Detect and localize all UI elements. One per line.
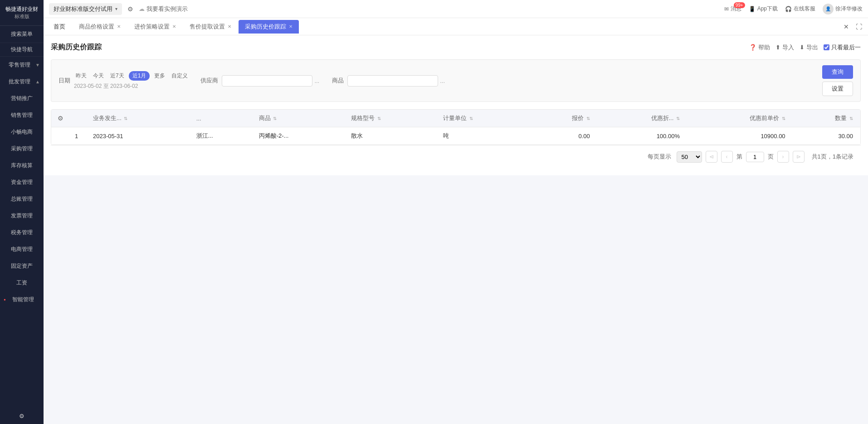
tab-strategy[interactable]: 进价策略设置 ✕ <box>128 20 182 34</box>
sidebar-item-finance[interactable]: 资金管理 <box>0 174 44 191</box>
topbar-right: ✉ 消息 99+ 📱 App下载 🎧 在线客服 👤 徐泽华修改 <box>724 4 863 14</box>
sidebar-item-purchase[interactable]: 采购管理 <box>0 140 44 157</box>
only-last-checkbox[interactable]: 只看最后一 <box>824 43 861 52</box>
goods-input-wrap: ... <box>347 75 447 87</box>
date-opt-custom[interactable]: 自定义 <box>170 71 190 81</box>
date-options: 昨天 今天 近7天 近1月 更多 自定义 <box>74 71 190 81</box>
row-checkbox <box>51 127 69 145</box>
col-pre-discount-header: 优惠前单价 ⇅ <box>685 110 791 127</box>
row-unit: 吨 <box>438 127 530 145</box>
sidebar-item-fixed-assets[interactable]: 固定资产 <box>0 258 44 275</box>
sort-pre-discount-icon[interactable]: ⇅ <box>782 116 785 121</box>
sidebar-item-retail[interactable]: 零售管理 ▼ <box>0 57 44 73</box>
help-icon: ❓ <box>749 44 756 51</box>
filter-bar: 日期 昨天 今天 近7天 近1月 更多 自定义 2023-05-02 至 202… <box>51 59 861 102</box>
app-logo: 畅捷通好业财 标准版 <box>0 0 44 26</box>
query-button[interactable]: 查询 <box>822 65 853 79</box>
app-download-button[interactable]: 📱 App下载 <box>749 5 778 13</box>
tab-strategy-close[interactable]: ✕ <box>172 24 176 29</box>
sidebar-item-inventory[interactable]: 库存核算 <box>0 157 44 174</box>
sort-quantity-icon[interactable]: ⇅ <box>849 116 853 121</box>
sidebar-item-smart[interactable]: 智能管理 <box>0 291 44 308</box>
user-menu[interactable]: 👤 徐泽华修改 <box>823 4 863 14</box>
sidebar-gear[interactable]: ⚙ <box>0 408 44 424</box>
date-opt-1month[interactable]: 近1月 <box>129 71 150 81</box>
settings-icon[interactable]: ⚙ <box>127 5 133 13</box>
page-actions: ❓ 帮助 ⬆ 导入 ⬇ 导出 只看最后一 <box>749 43 861 52</box>
sort-spec-icon[interactable]: ⇅ <box>377 116 381 121</box>
help-button[interactable]: ❓ 帮助 <box>749 43 770 52</box>
prev-page-button[interactable]: ‹ <box>721 151 733 163</box>
sort-date-icon[interactable]: ⇅ <box>124 116 127 121</box>
page-size-select[interactable]: 50 100 200 <box>677 151 702 163</box>
sidebar-item-ecommerce[interactable]: 电商管理 <box>0 241 44 258</box>
tab-sale-price-label: 售价提取设置 <box>190 23 225 31</box>
goods-more[interactable]: ... <box>438 77 447 84</box>
filter-actions: 查询 设置 <box>822 65 853 96</box>
import-icon: ⬆ <box>775 44 780 51</box>
table-header: ⚙ 业务发生... ⇅ ... 商品 ⇅ <box>51 110 860 127</box>
export-label: 导出 <box>806 43 818 52</box>
date-opt-more[interactable]: 更多 <box>152 71 167 81</box>
settings-button[interactable]: 设置 <box>822 82 853 96</box>
row-spec: 散水 <box>346 127 438 145</box>
avatar: 👤 <box>823 4 834 14</box>
data-table-wrap: ⚙ 业务发生... ⇅ ... 商品 ⇅ <box>51 109 861 145</box>
sidebar-item-salary[interactable]: 工资 <box>0 275 44 291</box>
sidebar-search[interactable]: 搜索菜单 <box>0 26 44 43</box>
tab-home[interactable]: 首页 <box>47 20 72 34</box>
sort-price-icon[interactable]: ⇅ <box>586 116 590 121</box>
first-page-button[interactable]: ⊲ <box>706 151 717 163</box>
date-opt-yesterday[interactable]: 昨天 <box>74 71 88 81</box>
goods-input[interactable] <box>347 75 438 87</box>
tab-purchase-history-close[interactable]: ✕ <box>289 24 293 29</box>
sidebar-item-sales[interactable]: 销售管理 <box>0 107 44 124</box>
tab-close-all[interactable]: ✕ <box>841 21 852 32</box>
filter-row: 日期 昨天 今天 近7天 近1月 更多 自定义 2023-05-02 至 202… <box>59 65 853 96</box>
next-page-button[interactable]: › <box>777 151 789 163</box>
date-opt-today[interactable]: 今天 <box>91 71 106 81</box>
date-opt-7days[interactable]: 近7天 <box>108 71 126 81</box>
tab-sale-price-close[interactable]: ✕ <box>228 24 231 29</box>
supplier-input[interactable] <box>222 75 312 87</box>
tab-purchase-history[interactable]: 采购历史价跟踪 ✕ <box>239 20 299 34</box>
sort-unit-icon[interactable]: ⇅ <box>469 116 473 121</box>
message-icon: ✉ <box>724 6 729 12</box>
export-button[interactable]: ⬇ 导出 <box>800 43 818 52</box>
demo-button[interactable]: ☁ 我要看实例演示 <box>139 5 188 13</box>
product-selector[interactable]: 好业财标准版交付试用 ▾ <box>49 3 122 15</box>
column-settings-icon[interactable]: ⚙ <box>58 115 63 122</box>
sidebar-item-marketing[interactable]: 营销推广 <box>0 90 44 107</box>
sidebar-item-ecommerce-small[interactable]: 小畅电商 <box>0 124 44 140</box>
sort-discount-icon[interactable]: ⇅ <box>676 116 680 121</box>
sidebar-quick-nav[interactable]: 快捷导航 <box>0 43 44 57</box>
sidebar-item-accounting[interactable]: 总账管理 <box>0 191 44 207</box>
page-input[interactable] <box>746 152 764 162</box>
demo-label: 我要看实例演示 <box>146 5 188 13</box>
tab-price[interactable]: 商品价格设置 ✕ <box>73 20 127 34</box>
sort-goods-icon[interactable]: ⇅ <box>273 116 277 121</box>
header-row: ⚙ 业务发生... ⇅ ... 商品 ⇅ <box>51 110 860 127</box>
sidebar-item-tax[interactable]: 税务管理 <box>0 224 44 241</box>
import-button[interactable]: ⬆ 导入 <box>775 43 794 52</box>
sidebar-item-wholesale[interactable]: 批发管理 ▲ <box>0 73 44 90</box>
sidebar-item-invoice[interactable]: 发票管理 <box>0 207 44 224</box>
row-index: 1 <box>69 127 88 145</box>
logo-name: 畅捷通好业财 <box>4 5 40 13</box>
tab-price-close[interactable]: ✕ <box>117 24 121 29</box>
supplier-more[interactable]: ... <box>312 77 321 84</box>
help-label: 帮助 <box>758 43 770 52</box>
data-table: ⚙ 业务发生... ⇅ ... 商品 ⇅ <box>51 110 860 145</box>
table-row: 1 2023-05-31 浙江... 丙烯酸-2-... 散水 吨 0.00 1… <box>51 127 860 145</box>
tab-sale-price[interactable]: 售价提取设置 ✕ <box>183 20 238 34</box>
export-icon: ⬇ <box>800 44 805 51</box>
online-service-button[interactable]: 🎧 在线客服 <box>785 5 815 13</box>
last-page-button[interactable]: ⊳ <box>793 151 805 163</box>
page-label: 第 <box>736 153 742 161</box>
col-price-header: 报价 ⇅ <box>530 110 595 127</box>
only-last-input[interactable] <box>824 44 829 50</box>
supplier-filter: 供应商 ... <box>200 75 321 87</box>
tab-expand[interactable]: ⛶ <box>853 21 864 32</box>
message-button[interactable]: ✉ 消息 99+ <box>724 5 741 13</box>
col-more-header: ... <box>191 110 254 127</box>
